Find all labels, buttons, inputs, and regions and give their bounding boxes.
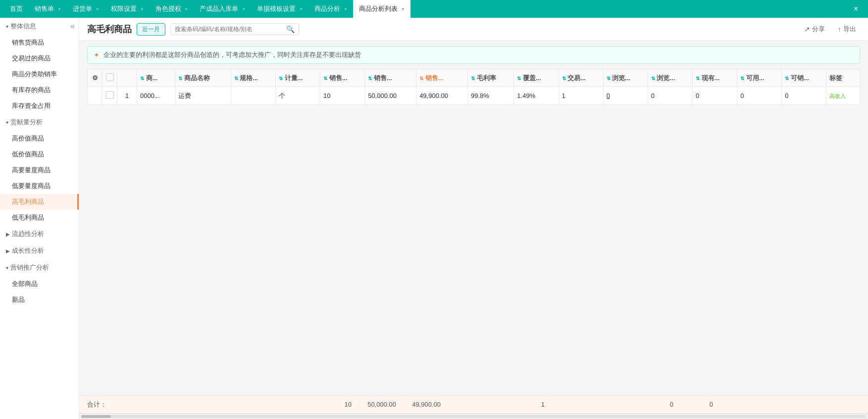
export-icon: ↑ <box>838 25 841 33</box>
nav-close-icon[interactable]: × <box>141 6 144 12</box>
export-button[interactable]: ↑ 导出 <box>834 23 860 36</box>
row-views1[interactable]: 0 <box>603 87 648 105</box>
nav-product-analysis[interactable]: 商品分析 × <box>308 0 353 18</box>
group-arrow-icon: ▶ <box>6 248 10 254</box>
footer-available: 0 <box>637 401 676 408</box>
group-arrow-icon: ▾ <box>6 265 8 271</box>
row-settings <box>88 87 102 105</box>
col-header-sales-amount[interactable]: ⇅ 销售... <box>365 69 416 87</box>
col-header-transaction[interactable]: ⇅ 交易... <box>559 69 603 87</box>
nav-sales-order[interactable]: 销售单 × <box>29 0 67 18</box>
col-header-settings[interactable]: ⚙ <box>88 69 102 87</box>
search-icon[interactable]: 🔍 <box>286 25 295 33</box>
nav-close-icon[interactable]: × <box>96 6 99 12</box>
footer-total-bar: 合计： 10 50,000.00 49,900.00 1 0 0 <box>79 395 868 413</box>
sidebar-item-sales-goods[interactable]: 销售货商品 <box>0 35 79 50</box>
sidebar-item-inventory-capital[interactable]: 库存资金占用 <box>0 98 79 114</box>
sidebar-item-high-margin[interactable]: 高毛利商品 <box>0 194 79 210</box>
sidebar-item-traded-goods[interactable]: 交易过的商品 <box>0 50 79 66</box>
content-area: 高毛利商品 近一月 🔍 ↗ 分享 ↑ 导出 ✦ 企业的主要的利润都是这部分商品创… <box>79 18 868 419</box>
nav-permission-settings[interactable]: 权限设置 × <box>105 0 150 18</box>
row-name: 运费 <box>175 87 231 105</box>
sidebar-collapse-button[interactable]: « <box>70 22 75 31</box>
share-button[interactable]: ↗ 分享 <box>800 23 829 36</box>
row-sales-qty: 10 <box>320 87 365 105</box>
nav-home[interactable]: 首页 <box>4 0 29 18</box>
page-title: 高毛利商品 <box>87 23 132 35</box>
footer-label: 合计： <box>87 400 127 409</box>
row-code: 0000... <box>137 87 175 105</box>
nav-close-icon[interactable]: × <box>300 6 303 12</box>
col-header-views2[interactable]: ⇅ 浏览... <box>648 69 692 87</box>
nav-close-icon[interactable]: × <box>242 6 245 12</box>
sidebar-group-trend[interactable]: ▶ 流趋性分析 <box>0 226 79 242</box>
search-input[interactable] <box>175 26 283 33</box>
col-header-sales-qty[interactable]: ⇅ 销售... <box>320 69 365 87</box>
row-views2: 0 <box>648 87 692 105</box>
header-checkbox[interactable] <box>106 73 114 81</box>
content-header: 高毛利商品 近一月 🔍 ↗ 分享 ↑ 导出 <box>79 18 868 41</box>
footer-sellable: 0 <box>676 401 716 408</box>
col-header-available[interactable]: ⇅ 可用... <box>737 69 782 87</box>
nav-product-inbound[interactable]: 产成品入库单 × <box>194 0 251 18</box>
sidebar-item-new-goods[interactable]: 新品 <box>0 292 79 308</box>
sidebar-item-category-sales-rate[interactable]: 商品分类助销率 <box>0 66 79 82</box>
sidebar: « ▾ 整体信息 销售货商品 交易过的商品 商品分类助销率 有库存的商品 库存资… <box>0 18 79 419</box>
nav-purchase-order[interactable]: 进货单 × <box>67 0 105 18</box>
row-spec <box>231 87 275 105</box>
row-tag: 高收入 <box>826 87 860 105</box>
sidebar-group-overall-info[interactable]: ▾ 整体信息 <box>0 18 79 35</box>
col-header-spec[interactable]: ⇅ 规格... <box>231 69 275 87</box>
main-layout: « ▾ 整体信息 销售货商品 交易过的商品 商品分类助销率 有库存的商品 库存资… <box>0 18 868 419</box>
row-coverage: 1.49% <box>514 87 559 105</box>
row-no: 1 <box>117 87 137 105</box>
nav-product-analysis-list[interactable]: 商品分析列表 × <box>353 0 410 18</box>
col-header-views1[interactable]: ⇅ 浏览... <box>603 69 648 87</box>
col-header-coverage[interactable]: ⇅ 覆盖... <box>514 69 559 87</box>
row-checkbox[interactable] <box>106 91 114 99</box>
row-gross-margin: 99.8% <box>468 87 514 105</box>
sidebar-item-low-freq[interactable]: 低要量度商品 <box>0 178 79 194</box>
col-header-gross-margin[interactable]: ⇅ 毛利率 <box>468 69 514 87</box>
sidebar-item-low-value[interactable]: 低价值商品 <box>0 146 79 162</box>
row-current-stock: 0 <box>692 87 737 105</box>
row-sales-amount: 50,000.00 <box>365 87 416 105</box>
col-header-current-stock[interactable]: ⇅ 现有... <box>692 69 737 87</box>
nav-role-auth[interactable]: 角色授权 × <box>150 0 194 18</box>
share-icon: ↗ <box>804 25 810 33</box>
row-sales-cost: 49,900.00 <box>416 87 468 105</box>
col-header-code[interactable]: ⇅ 商... <box>137 69 175 87</box>
nav-close-icon[interactable]: × <box>402 6 405 12</box>
col-header-no <box>117 69 137 87</box>
row-unit: 个 <box>275 87 320 105</box>
nav-close-icon[interactable]: × <box>185 6 188 12</box>
col-header-name[interactable]: ⇅ 商品名称 <box>175 69 231 87</box>
footer-sales-qty: 10 <box>325 401 355 408</box>
sidebar-group-marketing[interactable]: ▾ 营销推广分析 <box>0 259 79 276</box>
filter-period-button[interactable]: 近一月 <box>137 23 165 36</box>
sidebar-item-all-goods[interactable]: 全部商品 <box>0 276 79 292</box>
sidebar-item-in-stock-goods[interactable]: 有库存的商品 <box>0 82 79 98</box>
scrollbar-track <box>81 415 866 418</box>
col-header-sales-cost[interactable]: ⇅ 销售... <box>416 69 468 87</box>
footer-transaction: 1 <box>503 401 548 408</box>
main-table: ⚙ ⇅ 商... ⇅ 商品名称 <box>87 69 860 105</box>
col-header-check[interactable] <box>102 69 117 87</box>
sidebar-group-growth[interactable]: ▶ 成长性分析 <box>0 242 79 259</box>
sidebar-item-high-freq[interactable]: 高要量度商品 <box>0 162 79 178</box>
nav-template-settings[interactable]: 单据模板设置 × <box>251 0 308 18</box>
horizontal-scrollbar[interactable] <box>79 413 868 419</box>
nav-close-icon[interactable]: × <box>344 6 347 12</box>
row-check[interactable] <box>102 87 117 105</box>
col-header-tag[interactable]: 标签 <box>826 69 860 87</box>
col-header-sellable[interactable]: ⇅ 可销... <box>782 69 826 87</box>
sidebar-item-low-margin[interactable]: 低毛利商品 <box>0 210 79 226</box>
col-header-unit[interactable]: ⇅ 计量... <box>275 69 320 87</box>
table-container: ⚙ ⇅ 商... ⇅ 商品名称 <box>79 69 868 395</box>
row-transaction: 1 <box>559 87 603 105</box>
sidebar-item-high-value[interactable]: 高价值商品 <box>0 131 79 146</box>
nav-close-icon[interactable]: × <box>58 6 61 12</box>
scrollbar-thumb[interactable] <box>81 415 111 418</box>
sidebar-group-contribution[interactable]: ▾ 贡献量分析 <box>0 114 79 131</box>
window-close-button[interactable]: × <box>848 4 864 13</box>
